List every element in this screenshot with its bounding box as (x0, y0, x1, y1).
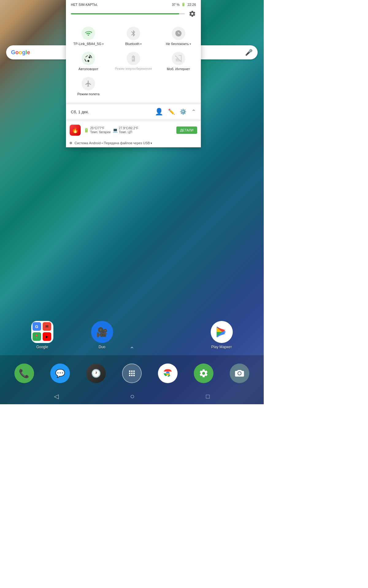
dock: 📞 💬 🕐 (0, 355, 264, 404)
quick-toggles: TP-Link_6BA4_5G ▾ Bluetooth ▾ (66, 21, 201, 102)
toggle-empty-2 (159, 74, 198, 98)
battery-temp-item: 🔋 25°C/77°F Темп. батареи (84, 126, 111, 134)
google-sub-maps: 📍 (33, 332, 41, 341)
dock-messages[interactable]: 💬 (50, 364, 70, 383)
dnd-icon-wrapper (172, 27, 185, 40)
wifi-label: TP-Link_6BA4_5G ▾ (73, 42, 104, 46)
toggle-empty-1 (113, 74, 153, 98)
home-spacer (151, 321, 173, 349)
nav-bar: ◁ ○ □ (0, 388, 264, 404)
toggle-bluetooth[interactable]: Bluetooth ▾ (113, 24, 153, 48)
bluetooth-icon (130, 30, 137, 37)
toggle-batterysaver[interactable]: Режим энергосбережения (113, 49, 153, 73)
autorotate-icon (85, 55, 92, 62)
mobiledata-icon (175, 55, 182, 62)
date-actions: 👤 ✏️ ⚙️ ⌃ (155, 108, 196, 116)
cpu-temp-item: 💻 27.9°C/82.2°F Темп. ЦП (113, 126, 138, 134)
brightness-row (66, 8, 201, 21)
temp-info: 🔋 25°C/77°F Темп. батареи 💻 27.9°C/82.2°… (84, 126, 173, 134)
cpu-temp-text: 27.9°C/82.2°F Темп. ЦП (119, 126, 138, 134)
dock-camera[interactable] (230, 364, 249, 383)
google-sub-gmail: ✉ (43, 322, 51, 331)
airplane-label: Режим полета (77, 92, 99, 96)
settings-gear-icon[interactable] (189, 10, 196, 17)
dnd-label: Не беспокоить ▾ (166, 42, 191, 46)
usb-notification: Система Android • Передача файлов через … (66, 139, 201, 147)
toggle-donotdisturb[interactable]: Не беспокоить ▾ (159, 24, 198, 48)
usb-dot (70, 142, 72, 144)
playmarket-label: Play Маркет (211, 345, 232, 349)
home-button[interactable]: ○ (128, 390, 137, 403)
mobiledata-icon-wrapper (172, 52, 185, 65)
date-text: Сб, 1 дек. (71, 110, 89, 114)
google-app-icon: G ✉ 📍 ▶ (31, 321, 53, 343)
app-drawer-arrow[interactable]: ⌃ (129, 345, 135, 353)
batterysaver-icon (130, 55, 137, 62)
bluetooth-icon-wrapper (127, 27, 140, 40)
dock-apps-row: 📞 💬 🕐 (0, 355, 264, 388)
brightness-slider[interactable] (71, 13, 185, 14)
panel-status-bar: НЕТ SIM-КАРТЫ. 37 % 🔋 22:26 (66, 0, 201, 8)
duo-label: Duo (98, 345, 105, 349)
recent-button[interactable]: □ (203, 390, 212, 402)
dock-chrome[interactable] (158, 364, 178, 383)
dock-phone[interactable]: 📞 (14, 364, 34, 383)
details-button[interactable]: ДЕТАЛИ (176, 126, 197, 134)
usb-text: Система Android • Передача файлов через … (75, 141, 152, 145)
toggle-mobiledata[interactable]: Моб. Интернет (159, 49, 198, 73)
wifi-icon-wrapper (82, 27, 95, 40)
app-duo[interactable]: 🎥 Duo (91, 321, 113, 349)
battery-temp-icon: 🔋 (84, 128, 89, 133)
panel-separator-2 (66, 120, 201, 120)
back-button[interactable]: ◁ (52, 390, 61, 402)
toggle-wifi[interactable]: TP-Link_6BA4_5G ▾ (68, 24, 108, 48)
battery-temp-text: 25°C/77°F Темп. батареи (90, 126, 111, 134)
collapse-icon[interactable]: ⌃ (191, 108, 196, 115)
app-google[interactable]: G ✉ 📍 ▶ Google (31, 321, 53, 349)
toggle-airplane[interactable]: Режим полета (68, 74, 108, 98)
battery-text: 37 % (172, 3, 179, 6)
user-icon[interactable]: 👤 (155, 108, 163, 116)
autorotate-icon-wrapper (82, 52, 95, 65)
google-sub-g: G (33, 322, 41, 331)
temp-notification: 🔥 🔋 25°C/77°F Темп. батареи 💻 27.9°C/82.… (66, 122, 201, 139)
toggle-row-1: TP-Link_6BA4_5G ▾ Bluetooth ▾ (66, 24, 201, 48)
mobiledata-label: Моб. Интернет (167, 67, 190, 71)
dnd-icon (175, 30, 182, 37)
notification-panel: НЕТ SIM-КАРТЫ. 37 % 🔋 22:26 (66, 0, 201, 147)
battery-icon: 🔋 (181, 2, 186, 6)
edit-icon[interactable]: ✏️ (168, 108, 175, 115)
mic-icon[interactable]: 🎤 (245, 49, 253, 56)
wifi-icon (85, 30, 92, 37)
dock-apps-button[interactable] (122, 364, 142, 383)
no-sim-text: НЕТ SIM-КАРТЫ. (71, 3, 98, 6)
dock-settings[interactable] (194, 364, 213, 383)
bluetooth-label: Bluetooth ▾ (125, 42, 141, 46)
date-row: Сб, 1 дек. 👤 ✏️ ⚙️ ⌃ (66, 105, 201, 119)
duo-icon: 🎥 (91, 321, 113, 343)
toggle-autorotate[interactable]: Автоповорот (68, 49, 108, 73)
google-label: Google (36, 345, 48, 349)
google-sub-yt: ▶ (43, 332, 51, 341)
settings-icon[interactable]: ⚙️ (180, 108, 186, 115)
toggle-row-2: Автоповорот Режим энергосбережения (66, 49, 201, 73)
time-text: 22:26 (187, 3, 196, 6)
panel-separator-1 (66, 103, 201, 104)
app-icon-aida: 🔥 (70, 125, 81, 136)
dock-clock[interactable]: 🕐 (86, 364, 106, 383)
cpu-temp-icon: 💻 (113, 128, 118, 133)
app-playmarket[interactable]: Play Маркет (211, 321, 233, 349)
google-logo: Google (11, 49, 30, 56)
autorotate-label: Автоповорот (79, 67, 98, 71)
batterysaver-icon-wrapper (127, 52, 140, 65)
toggle-row-3: Режим полета (66, 74, 201, 98)
batterysaver-label: Режим энергосбережения (115, 67, 152, 71)
airplane-icon-wrapper (82, 77, 95, 90)
status-right: 37 % 🔋 22:26 (172, 2, 196, 6)
airplane-icon (85, 80, 92, 87)
playmarket-icon (211, 321, 233, 343)
home-apps: G ✉ 📍 ▶ Google 🎥 Duo Play Маркет (0, 321, 264, 349)
